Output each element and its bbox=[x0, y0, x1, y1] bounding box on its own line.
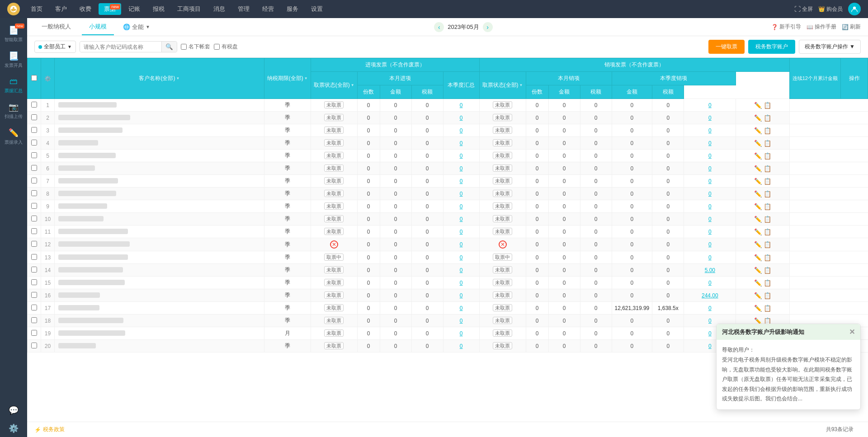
user-avatar[interactable] bbox=[848, 3, 861, 15]
tax-digital-btn[interactable]: 税务数字账户 bbox=[748, 40, 795, 54]
continuous-zero[interactable]: 0 bbox=[708, 318, 712, 324]
in-quarter-link[interactable]: 0 bbox=[460, 127, 463, 134]
copy-icon[interactable]: 📋 bbox=[764, 152, 771, 160]
refresh-btn[interactable]: 🔄 刷新 bbox=[842, 23, 861, 31]
copy-icon[interactable]: 📋 bbox=[764, 216, 771, 223]
copy-icon[interactable]: 📋 bbox=[764, 102, 771, 109]
row-checkbox[interactable] bbox=[31, 317, 37, 323]
continuous-zero[interactable]: 0 bbox=[708, 241, 712, 248]
in-quarter-link[interactable]: 0 bbox=[460, 203, 463, 210]
in-quarter-link[interactable]: 0 bbox=[460, 330, 463, 337]
date-prev-btn[interactable]: ‹ bbox=[434, 22, 444, 32]
continuous-zero[interactable]: 0 bbox=[708, 229, 712, 235]
in-quarter-link[interactable]: 0 bbox=[460, 178, 463, 184]
edit-icon[interactable]: ✏️ bbox=[754, 216, 762, 223]
continuous-zero[interactable]: 0 bbox=[708, 203, 712, 210]
nav-customer[interactable]: 客户 bbox=[50, 3, 72, 15]
row-checkbox[interactable] bbox=[31, 330, 37, 336]
settings-icon[interactable]: ⚙️ bbox=[44, 75, 51, 82]
nav-tax[interactable]: 报税 bbox=[147, 3, 170, 15]
row-checkbox[interactable] bbox=[31, 178, 37, 183]
copy-icon[interactable]: 📋 bbox=[764, 241, 771, 248]
edit-icon[interactable]: ✏️ bbox=[754, 279, 762, 287]
nav-operation[interactable]: 经营 bbox=[257, 3, 279, 15]
in-quarter-link[interactable]: 0 bbox=[460, 165, 463, 172]
in-quarter-link[interactable]: 0 bbox=[460, 115, 463, 121]
in-quarter-link[interactable]: 0 bbox=[460, 292, 463, 299]
checkbox-tax-disk[interactable]: 有税盘 bbox=[214, 43, 238, 51]
row-checkbox[interactable] bbox=[31, 165, 37, 171]
select-all-checkbox[interactable] bbox=[31, 75, 37, 81]
member-btn[interactable]: 👑 购会员 bbox=[818, 5, 843, 13]
copy-icon[interactable]: 📋 bbox=[764, 254, 771, 261]
edit-icon[interactable]: ✏️ bbox=[754, 292, 762, 299]
row-checkbox[interactable] bbox=[31, 114, 37, 120]
row-checkbox[interactable] bbox=[31, 228, 37, 234]
sidebar-item-chat[interactable]: 💬 bbox=[0, 402, 27, 419]
continuous-zero[interactable]: 0 bbox=[708, 330, 712, 337]
row-checkbox[interactable] bbox=[31, 152, 37, 158]
copy-icon[interactable]: 📋 bbox=[764, 305, 771, 312]
sidebar-item-config[interactable]: ⚙️ bbox=[0, 420, 27, 437]
in-status-sort[interactable]: 取票状态(全部) bbox=[314, 81, 354, 89]
edit-icon[interactable]: ✏️ bbox=[754, 102, 762, 109]
nav-settings[interactable]: 设置 bbox=[306, 3, 328, 15]
tab-full-ability[interactable]: 🌐 全能 ▼ bbox=[118, 19, 156, 35]
row-checkbox[interactable] bbox=[31, 102, 37, 108]
continuous-zero[interactable]: 0 bbox=[708, 191, 712, 197]
nav-message[interactable]: 消息 bbox=[208, 3, 231, 15]
edit-icon[interactable]: ✏️ bbox=[754, 317, 762, 324]
search-button[interactable]: 🔍 bbox=[161, 42, 177, 52]
search-input[interactable] bbox=[80, 42, 161, 52]
tax-policy-link[interactable]: 税务政策 bbox=[43, 426, 65, 433]
row-checkbox[interactable] bbox=[31, 203, 37, 209]
nav-fees[interactable]: 收费 bbox=[74, 3, 97, 15]
edit-icon[interactable]: ✏️ bbox=[754, 203, 762, 210]
in-quarter-link[interactable]: 0 bbox=[460, 102, 463, 108]
row-checkbox[interactable] bbox=[31, 241, 37, 247]
sidebar-item-scan[interactable]: 📷 扫描上传 bbox=[0, 99, 27, 123]
sidebar-item-issue-invoice[interactable]: 📃 发票开具 bbox=[0, 47, 27, 72]
continuous-link[interactable]: 244.00 bbox=[702, 292, 718, 299]
copy-icon[interactable]: 📋 bbox=[764, 165, 771, 172]
in-quarter-link[interactable]: 0 bbox=[460, 254, 463, 261]
continuous-zero[interactable]: 0 bbox=[708, 280, 712, 286]
in-quarter-link[interactable]: 0 bbox=[460, 241, 463, 248]
in-quarter-link[interactable]: 0 bbox=[460, 140, 463, 146]
row-checkbox[interactable] bbox=[31, 190, 37, 196]
tax-operation-btn[interactable]: 税务数字账户操作 ▼ bbox=[799, 40, 861, 54]
row-checkbox[interactable] bbox=[31, 343, 37, 348]
continuous-zero[interactable]: 0 bbox=[708, 153, 712, 159]
continuous-zero[interactable]: 0 bbox=[708, 102, 712, 108]
in-quarter-link[interactable]: 0 bbox=[460, 280, 463, 286]
manual-btn[interactable]: 📖 操作手册 bbox=[807, 23, 836, 31]
in-quarter-link[interactable]: 0 bbox=[460, 216, 463, 222]
employee-filter[interactable]: 全部员工 ▼ bbox=[34, 41, 76, 53]
bottom-bar[interactable]: ⚡ 税务政策 bbox=[34, 426, 65, 433]
nav-manage[interactable]: 管理 bbox=[232, 3, 255, 15]
edit-icon[interactable]: ✏️ bbox=[754, 241, 762, 248]
in-quarter-link[interactable]: 0 bbox=[460, 191, 463, 197]
continuous-zero[interactable]: 0 bbox=[708, 343, 712, 349]
copy-icon[interactable]: 📋 bbox=[764, 279, 771, 287]
edit-icon[interactable]: ✏️ bbox=[754, 140, 762, 147]
client-sort[interactable]: 客户名称(全部) bbox=[139, 75, 179, 82]
row-checkbox[interactable] bbox=[31, 127, 37, 133]
edit-icon[interactable]: ✏️ bbox=[754, 267, 762, 274]
copy-icon[interactable]: 📋 bbox=[764, 127, 771, 134]
checkbox-account[interactable]: 名下帐套 bbox=[181, 43, 210, 51]
edit-icon[interactable]: ✏️ bbox=[754, 228, 762, 235]
nav-home[interactable]: 首页 bbox=[25, 3, 48, 15]
continuous-zero[interactable]: 0 bbox=[708, 254, 712, 261]
sidebar-item-summary[interactable]: 🗃 票据汇总 bbox=[0, 73, 27, 98]
copy-icon[interactable]: 📋 bbox=[764, 203, 771, 210]
copy-icon[interactable]: 📋 bbox=[764, 292, 771, 299]
continuous-zero[interactable]: 0 bbox=[708, 127, 712, 134]
date-next-btn[interactable]: › bbox=[483, 22, 493, 32]
copy-icon[interactable]: 📋 bbox=[764, 140, 771, 147]
nav-accounting[interactable]: 记账 bbox=[123, 3, 146, 15]
copy-icon[interactable]: 📋 bbox=[764, 267, 771, 274]
notification-close-btn[interactable]: ✕ bbox=[849, 328, 855, 336]
fullscreen-btn[interactable]: ⛶ 全屏 bbox=[794, 5, 813, 13]
row-checkbox[interactable] bbox=[31, 279, 37, 285]
